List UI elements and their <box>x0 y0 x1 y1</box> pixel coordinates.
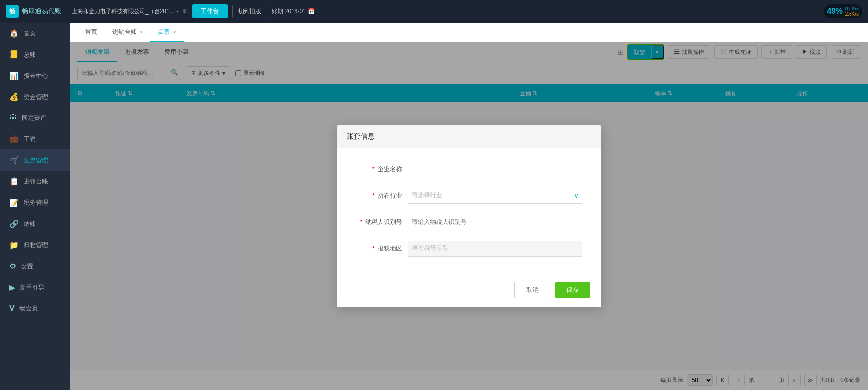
sidebar-item-label: 报表中心 <box>24 72 48 80</box>
tax-region-label: * 报税地区 <box>356 244 408 253</box>
industry-chevron-icon: ∨ <box>574 191 579 199</box>
company-name-input[interactable]: 11 <box>408 161 582 177</box>
sidebar-item-label: 设置 <box>21 262 33 271</box>
sidebar-item-label: 首页 <box>24 29 36 38</box>
tax-id-input[interactable] <box>408 214 582 230</box>
sidebar-item-label: 总账 <box>24 50 36 59</box>
calendar-icon[interactable]: 📅 <box>308 8 315 15</box>
sidebar-item-archive[interactable]: 📁 归档管理 <box>0 234 70 256</box>
sidebar-item-label: 畅会员 <box>19 304 38 313</box>
ledger-icon: 📒 <box>9 50 19 59</box>
tab-invoices[interactable]: 发票 × <box>150 23 183 42</box>
tab-home-label: 首页 <box>85 28 97 36</box>
sidebar-item-sales[interactable]: 📋 进销台账 <box>0 171 70 192</box>
workbench-button[interactable]: 工作台 <box>192 4 228 18</box>
funds-icon: 💰 <box>9 92 19 101</box>
company-name-label: * 企业名称 <box>356 165 408 174</box>
logo-text: 畅康通易代账 <box>22 7 61 16</box>
tab-sales-ledger[interactable]: 进销台账 × <box>105 23 150 42</box>
content-area: 首页 进销台账 × 发票 × 销项发票 进项发票 费用 <box>70 23 868 390</box>
tax-id-label: * 纳税人识别号 <box>356 218 408 226</box>
sidebar-item-label: 新手引导 <box>20 283 44 292</box>
sidebar-item-tax[interactable]: 📝 税务管理 <box>0 192 70 213</box>
tab-home[interactable]: 首页 <box>77 23 105 42</box>
modal-overlay: 账套信息 * 企业名称 11 <box>70 42 868 390</box>
tab-bar: 首页 进销台账 × 发票 × <box>70 23 868 42</box>
required-marker: * <box>360 218 362 225</box>
switch-old-button[interactable]: 切到旧版 <box>232 5 267 18</box>
tax-id-row: * 纳税人识别号 <box>356 214 582 230</box>
dialog-title: 账套信息 <box>346 132 375 140</box>
sidebar-item-settings[interactable]: ⚙ 设置 <box>0 256 70 277</box>
dialog-header: 账套信息 <box>337 125 601 148</box>
sidebar-item-ledger[interactable]: 📒 总账 <box>0 44 70 65</box>
tab-sales-ledger-close-icon[interactable]: × <box>140 29 143 35</box>
sidebar-item-label: 归档管理 <box>24 241 48 249</box>
sidebar: 🏠 首页 📒 总账 📊 报表中心 💰 资金管理 🏛 固定资产 💼 工资 🛒 发票… <box>0 23 70 390</box>
dialog-footer: 取消 保存 <box>337 276 601 307</box>
tax-icon: 📝 <box>9 198 19 207</box>
home-icon: 🏠 <box>9 29 19 38</box>
archive-icon: 📁 <box>9 241 19 249</box>
copy-icon: ⧉ <box>183 8 187 15</box>
sidebar-item-invoices[interactable]: 🛒 发票管理 <box>0 149 70 171</box>
topbar: 畅 畅康通易代账 上海卯金刀电子科技有限公司_（台201... ▾ ⧉ 工作台 … <box>0 0 868 23</box>
sidebar-item-label: 发票管理 <box>24 156 48 165</box>
required-marker: * <box>372 166 375 173</box>
logo: 畅 畅康通易代账 <box>6 5 67 18</box>
speed-percent: 49% <box>827 7 843 16</box>
tab-invoices-label: 发票 <box>158 28 170 36</box>
sidebar-item-guide[interactable]: ▶ 新手引导 <box>0 277 70 298</box>
settle-icon: 🔗 <box>9 219 19 228</box>
sidebar-item-label: 工资 <box>24 135 36 143</box>
sidebar-item-reports[interactable]: 📊 报表中心 <box>0 65 70 86</box>
industry-select[interactable]: 请选择行业 ∨ <box>408 188 582 204</box>
company-name-row: * 企业名称 11 <box>356 161 582 177</box>
salary-icon: 💼 <box>9 134 19 143</box>
sidebar-item-member[interactable]: V 畅会员 <box>0 298 70 319</box>
guide-icon: ▶ <box>9 283 15 292</box>
download-speed: 2.6K/s <box>845 11 859 17</box>
member-icon: V <box>9 304 15 313</box>
sales-icon: 📋 <box>9 177 19 186</box>
sidebar-item-label: 固定资产 <box>22 114 46 122</box>
sidebar-item-label: 税务管理 <box>24 199 48 207</box>
reports-icon: 📊 <box>9 71 19 80</box>
settings-icon: ⚙ <box>9 262 16 271</box>
company-chevron-icon: ▾ <box>176 9 178 14</box>
company-name: 上海卯金刀电子科技有限公司_（台201... <box>72 8 174 16</box>
required-marker: * <box>372 245 375 252</box>
sidebar-item-label: 进销台账 <box>24 177 48 186</box>
period-label: 账期 <box>272 8 283 16</box>
sidebar-item-funds[interactable]: 💰 资金管理 <box>0 86 70 108</box>
sidebar-item-assets[interactable]: 🏛 固定资产 <box>0 108 70 128</box>
industry-row: * 所在行业 请选择行业 ∨ <box>356 188 582 204</box>
assets-icon: 🏛 <box>9 114 17 122</box>
period-display: 账期 2016-01 📅 <box>272 8 315 16</box>
upload-speed: 8.5K/s <box>845 6 859 11</box>
tax-region-row: * 报税地区 通过税号获取 <box>356 241 582 257</box>
company-selector[interactable]: 上海卯金刀电子科技有限公司_（台201... ▾ <box>72 8 178 16</box>
sidebar-item-salary[interactable]: 💼 工资 <box>0 128 70 149</box>
account-info-dialog: 账套信息 * 企业名称 11 <box>337 125 601 307</box>
sidebar-item-settle[interactable]: 🔗 结账 <box>0 213 70 234</box>
industry-placeholder: 请选择行业 <box>412 191 442 199</box>
invoices-icon: 🛒 <box>9 156 19 165</box>
speed-indicator: 49% 8.5K/s 2.6K/s <box>824 4 862 18</box>
tab-sales-ledger-label: 进销台账 <box>112 28 137 36</box>
dialog-body: * 企业名称 11 * 所在行业 请选择行业 <box>337 148 601 276</box>
industry-label: * 所在行业 <box>356 191 408 200</box>
logo-icon: 畅 <box>6 5 19 18</box>
tax-region-placeholder: 通过税号获取 <box>412 244 448 252</box>
speed-values: 8.5K/s 2.6K/s <box>845 6 859 17</box>
main-layout: 🏠 首页 📒 总账 📊 报表中心 💰 资金管理 🏛 固定资产 💼 工资 🛒 发票… <box>0 23 868 390</box>
sub-content: 销项发票 进项发票 费用小票 ⊞ 取票 ▾ ☰ 批 <box>70 42 868 390</box>
save-button[interactable]: 保存 <box>555 282 590 298</box>
sidebar-item-home[interactable]: 🏠 首页 <box>0 23 70 44</box>
required-marker: * <box>372 192 375 199</box>
sidebar-item-label: 资金管理 <box>24 93 48 101</box>
cancel-button[interactable]: 取消 <box>514 282 550 298</box>
sidebar-item-label: 结账 <box>24 220 36 228</box>
period-value: 2016-01 <box>285 8 306 15</box>
tab-invoices-close-icon[interactable]: × <box>173 29 176 35</box>
